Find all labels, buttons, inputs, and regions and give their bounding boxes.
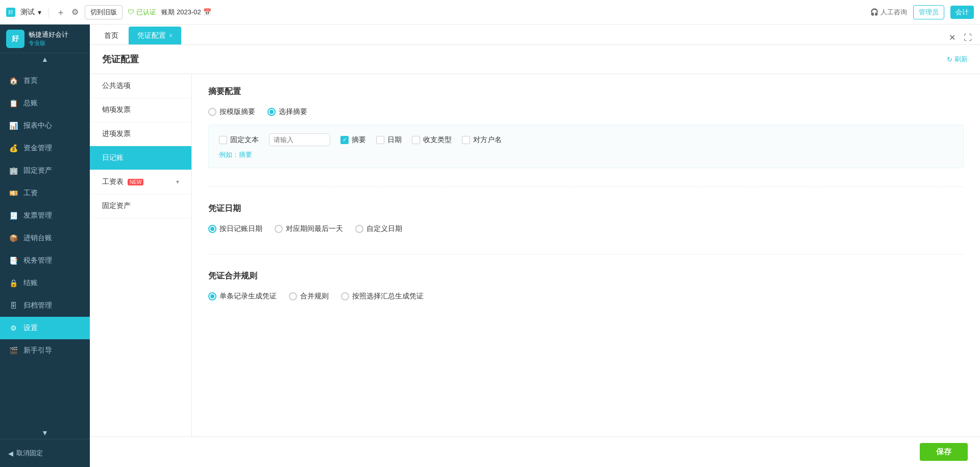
sidebar-item-ledger[interactable]: 📋 总账	[0, 92, 90, 114]
switch-old-version-button[interactable]: 切到旧版	[85, 5, 122, 19]
date-radio-group: 按日记账日期 对应期间最后一天 自定义日期	[208, 224, 964, 233]
project-chevron-icon: ▾	[38, 8, 41, 16]
merge-section: 凭证合并规则 单条记录生成凭证 合并规则 按照选择汇总生成凭证	[208, 271, 964, 321]
summary-section: 摘要配置 按模版摘要 选择摘要	[208, 86, 964, 187]
home-icon: 🏠	[8, 76, 18, 86]
service-button[interactable]: 🎧 人工咨询	[870, 8, 907, 17]
sidebar-nav: 🏠 首页 📋 总账 📊 报表中心 💰 资金管理 🏢 固定资产 💴 工资	[0, 65, 90, 427]
radio-circle-template	[208, 108, 216, 116]
main-layout: 好 畅捷通好会计 专业版 ▲ 🏠 首页 📋 总账 📊 报表中心 💰	[0, 25, 980, 467]
tab-home[interactable]: 首页	[96, 27, 127, 44]
capital-icon: 💰	[8, 143, 18, 153]
summary-section-title: 摘要配置	[208, 86, 964, 97]
radio-summary-generate[interactable]: 按照选择汇总生成凭证	[341, 292, 424, 301]
topbar-divider-1	[48, 7, 49, 17]
checkbox-summary-box	[340, 136, 349, 144]
left-nav-item-purchase-invoice[interactable]: 进项发票	[90, 122, 191, 146]
save-button[interactable]: 保存	[920, 443, 968, 461]
period-info: 账期 2023-02 📅	[161, 8, 211, 17]
summary-checkbox-row: 固定文本 摘要 日期	[208, 125, 964, 168]
sidebar-item-capital[interactable]: 💰 资金管理	[0, 137, 90, 159]
guide-icon: 🎬	[8, 345, 18, 356]
sidebar-item-label: 首页	[23, 76, 38, 85]
left-nav-item-sales-invoice[interactable]: 销项发票	[90, 98, 191, 122]
project-selector[interactable]: 测试 ▾	[20, 8, 41, 17]
role-button[interactable]: 会计	[950, 6, 974, 19]
sidebar-item-tax[interactable]: 📑 税务管理	[0, 249, 90, 272]
close-window-button[interactable]: ✕	[947, 31, 958, 44]
user-button[interactable]: 管理员	[913, 5, 944, 19]
checkbox-date[interactable]: 日期	[376, 135, 402, 145]
two-col-layout: 公共选项 销项发票 进项发票 日记账 工资表 NEW ▾	[90, 74, 980, 436]
left-nav-item-public[interactable]: 公共选项	[90, 74, 191, 98]
sidebar-item-label: 归档管理	[23, 301, 52, 310]
sidebar-scroll-down[interactable]: ▼	[0, 427, 90, 439]
left-nav-item-payroll[interactable]: 工资表 NEW ▾	[90, 170, 191, 194]
checkbox-income-type-box	[412, 136, 420, 144]
add-icon[interactable]: ＋	[56, 8, 65, 17]
cancel-fixed-button[interactable]: ◀ 取消固定	[0, 443, 90, 463]
sidebar-item-report[interactable]: 📊 报表中心	[0, 114, 90, 137]
sidebar-item-archive[interactable]: 🗄 归档管理	[0, 294, 90, 317]
tab-bar: 首页 凭证配置 × ✕ ⛶	[90, 25, 980, 45]
left-nav-item-fixed-assets[interactable]: 固定资产	[90, 194, 191, 218]
certified-badge: 🛡 已认证	[128, 8, 156, 17]
calendar-icon[interactable]: 📅	[203, 8, 211, 16]
archive-icon: 🗄	[8, 300, 18, 311]
radio-circle-merge	[289, 292, 297, 300]
refresh-icon: ↻	[947, 56, 952, 63]
sidebar-scroll-up[interactable]: ▲	[0, 53, 90, 65]
tab-close-button[interactable]: ×	[169, 32, 173, 39]
left-nav-item-journal[interactable]: 日记账	[90, 146, 191, 170]
sidebar-item-salary[interactable]: 💴 工资	[0, 182, 90, 204]
sidebar-item-label: 发票管理	[23, 211, 52, 220]
sidebar-item-inventory[interactable]: 📦 进销台账	[0, 227, 90, 249]
sidebar-item-label: 报表中心	[23, 121, 52, 130]
radio-select-summary[interactable]: 选择摘要	[267, 107, 307, 116]
sidebar-item-invoice[interactable]: 🧾 发票管理	[0, 204, 90, 227]
sidebar-logo: 好 畅捷通好会计 专业版	[0, 25, 90, 53]
sidebar-logo-icon: 好	[6, 30, 24, 48]
maximize-button[interactable]: ⛶	[962, 31, 974, 44]
radio-circle-select	[267, 108, 276, 116]
radio-merge-rules[interactable]: 合并规则	[289, 292, 329, 301]
headset-icon: 🎧	[870, 8, 878, 16]
checkbox-income-type[interactable]: 收支类型	[412, 135, 452, 145]
sidebar-item-label: 工资	[23, 189, 38, 198]
sidebar-item-label: 税务管理	[23, 256, 52, 265]
tab-voucher-config[interactable]: 凭证配置 ×	[129, 27, 181, 44]
sidebar-item-home[interactable]: 🏠 首页	[0, 69, 90, 92]
right-content: 摘要配置 按模版摘要 选择摘要	[192, 74, 980, 436]
radio-custom-date[interactable]: 自定义日期	[355, 224, 402, 233]
active-tab-label: 凭证配置	[137, 31, 166, 40]
sidebar-item-label: 新手引导	[23, 346, 52, 355]
invoice-icon: 🧾	[8, 211, 18, 221]
sidebar-logo-text: 畅捷通好会计 专业版	[29, 30, 68, 47]
settings-icon[interactable]: ⚙	[70, 8, 80, 17]
summary-checkbox-items: 固定文本 摘要 日期	[219, 133, 953, 146]
sidebar-item-guide[interactable]: 🎬 新手引导	[0, 339, 90, 362]
checkbox-summary[interactable]: 摘要	[340, 135, 366, 145]
topbar: 好 测试 ▾ ＋ ⚙ 切到旧版 🛡 已认证 账期 2023-02 📅 🎧 人工咨…	[0, 0, 980, 25]
close-account-icon: 🔒	[8, 278, 18, 288]
sidebar-item-close[interactable]: 🔒 结账	[0, 272, 90, 294]
refresh-button[interactable]: ↻ 刷新	[947, 55, 968, 64]
radio-template-summary[interactable]: 按模版摘要	[208, 107, 255, 116]
sidebar-item-settings[interactable]: ⚙ 设置	[0, 317, 90, 339]
checkbox-counterpart[interactable]: 对方户名	[462, 135, 502, 145]
radio-last-day[interactable]: 对应期间最后一天	[275, 224, 343, 233]
date-section-title: 凭证日期	[208, 203, 964, 214]
fixed-text-input[interactable]	[269, 133, 330, 146]
sidebar-item-assets[interactable]: 🏢 固定资产	[0, 159, 90, 182]
merge-section-title: 凭证合并规则	[208, 271, 964, 282]
radio-single-record[interactable]: 单条记录生成凭证	[208, 292, 277, 301]
radio-circle-journal	[208, 225, 216, 233]
example-text: 例如：摘要	[219, 150, 953, 159]
save-bar: 保存	[90, 436, 980, 467]
checkbox-date-box	[376, 136, 384, 144]
radio-journal-date[interactable]: 按日记账日期	[208, 224, 262, 233]
content-area: 首页 凭证配置 × ✕ ⛶ 凭证配置 ↻ 刷新 公共选项	[90, 25, 980, 467]
radio-circle-summary	[341, 292, 349, 300]
checkbox-fixed-text[interactable]: 固定文本	[219, 135, 259, 145]
tab-actions: ✕ ⛶	[947, 31, 974, 44]
